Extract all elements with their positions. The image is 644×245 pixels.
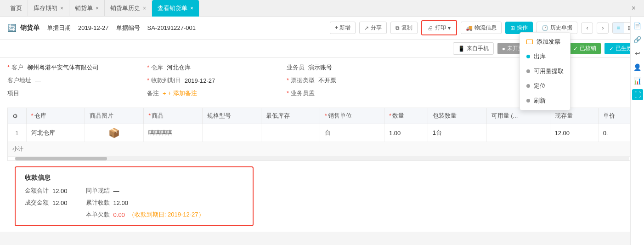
add-note-label: + 添加备注	[168, 89, 197, 97]
print-dropdown-icon: ▾	[448, 25, 451, 31]
view-list-button[interactable]: ≡	[613, 23, 624, 33]
copy-button[interactable]: ⧉ 复制	[390, 22, 418, 34]
ticket-value: 不开票	[318, 76, 336, 85]
cell-spec	[203, 124, 261, 142]
add-note-button[interactable]: + + 添加备注	[163, 89, 197, 97]
customer-value: 柳州粤港平安气体有限公司	[27, 63, 99, 72]
col-current-stock: 现存量	[550, 108, 598, 124]
right-icon-link[interactable]: 🔗	[632, 34, 643, 45]
tab-view-sales[interactable]: 查看销货单 ×	[152, 0, 199, 17]
history-icon: 🕐	[542, 25, 548, 31]
print-button[interactable]: 🖨 打印 ▾	[423, 22, 455, 34]
cumulative-item: 累计收款 12.00	[86, 199, 204, 207]
doc-type-icon: 🔄	[7, 23, 17, 32]
add-note-icon: +	[163, 90, 166, 97]
horizontal-scrollbar[interactable]	[15, 157, 629, 160]
summary-box: 收款信息 金额合计 12.00 成交金额 12.00 同单现结 —	[15, 166, 254, 226]
col-image: 商品图片	[85, 108, 144, 124]
address-label: 客户地址	[7, 76, 31, 85]
tab-bar: 首页 库存期初 × 销货单 × 销货单历史 × 查看销货单 × ×	[0, 0, 644, 17]
warehouse-field: * 仓库 河北仓库	[147, 63, 276, 72]
staff-label: 业务员	[287, 63, 305, 72]
right-icon-expand[interactable]: ⛶	[632, 89, 643, 100]
tab-view-sales-close[interactable]: ×	[190, 5, 193, 11]
summary-col-right: 同单现结 — 累计收款 12.00 本单欠款 0.00 （收款到期日: 2019…	[86, 187, 204, 219]
data-table: ⚙ *仓库 商品图片 *商品 规格型号 最低库存 *销售单位 *数量 包装数量 …	[8, 108, 636, 157]
note-field: 备注 + + 添加备注	[147, 89, 276, 97]
copy-label: 复制	[401, 24, 412, 32]
ticket-label: * 票据类型	[287, 76, 315, 85]
dropdown-outbound[interactable]: 出库	[520, 49, 570, 64]
tab-inventory-close[interactable]: ×	[60, 5, 63, 11]
col-pack-qty: 包装数量	[428, 108, 486, 124]
effective-icon: ✓	[609, 46, 614, 52]
doc-date-label: 单据日期	[47, 24, 71, 32]
tab-inventory[interactable]: 库存期初 ×	[28, 0, 69, 17]
warehouse-value: 河北仓库	[167, 63, 191, 72]
new-button[interactable]: + 新增	[330, 22, 356, 34]
cumulative-label: 累计收款	[86, 199, 110, 207]
tab-sales-close[interactable]: ×	[96, 5, 99, 11]
table-scroll[interactable]: ⚙ *仓库 商品图片 *商品 规格型号 最低库存 *销售单位 *数量 包装数量 …	[8, 108, 636, 157]
doc-title-group: 🔄 销货单	[7, 23, 40, 32]
voided-button[interactable]: ✓ 已核销	[569, 43, 601, 54]
cell-current-stock: 12.00	[550, 124, 598, 142]
dropdown-refresh[interactable]: 刷新	[520, 93, 570, 108]
right-icon-chart[interactable]: 📊	[632, 75, 643, 86]
total-amount-value: 12.00	[52, 188, 68, 194]
logistics-icon: 🚚	[466, 25, 473, 31]
total-amount-label: 金额合计	[25, 187, 49, 195]
ticket-field: * 票据类型 不开票	[287, 76, 415, 85]
staff-field: 业务员 演示账号	[287, 63, 415, 72]
print-label: 打印	[435, 24, 446, 32]
warehouse-required-mark: *	[147, 64, 149, 71]
next-button[interactable]: ›	[597, 23, 609, 34]
total-amount-item: 金额合计 12.00	[25, 187, 68, 195]
address-field: 客户地址 —	[7, 76, 136, 85]
due-amount-note: （收款到期日: 2019-12-27）	[129, 211, 204, 219]
customer-required-mark: *	[7, 64, 10, 71]
tab-home-label: 首页	[10, 4, 22, 12]
tab-sales-history-close[interactable]: ×	[143, 5, 146, 11]
cell-min-stock	[261, 124, 320, 142]
col-settings: ⚙	[8, 108, 26, 124]
history-label: 历史单据	[550, 24, 572, 32]
tab-sales[interactable]: 销货单 ×	[69, 0, 105, 17]
operate-icon: ⊞	[510, 25, 515, 31]
col-qty: *数量	[384, 108, 428, 124]
tab-sales-history[interactable]: 销货单历史 ×	[105, 0, 152, 17]
not-open-icon: ●	[502, 46, 505, 52]
from-phone-button[interactable]: 📱 来自手机	[453, 42, 494, 55]
table-header-row: ⚙ *仓库 商品图片 *商品 规格型号 最低库存 *销售单位 *数量 包装数量 …	[8, 108, 636, 124]
deal-amount-label: 成交金额	[25, 199, 49, 207]
add-invoice-label: 添加发票	[537, 38, 560, 46]
scrollbar-thumb[interactable]	[15, 157, 107, 160]
location-label: 定位	[534, 82, 546, 90]
summary-title: 收款信息	[25, 174, 243, 182]
salesman-value: —	[318, 90, 324, 97]
phone-icon: 📱	[458, 46, 465, 52]
dropdown-add-invoice[interactable]: 添加发票	[520, 34, 570, 49]
tab-inventory-label: 库存期初	[34, 4, 57, 12]
location-dot	[526, 84, 530, 88]
summary-col-left: 金额合计 12.00 成交金额 12.00	[25, 187, 68, 219]
refresh-dot	[526, 99, 530, 103]
due-amount-item: 本单欠款 0.00 （收款到期日: 2019-12-27）	[86, 211, 204, 219]
same-order-value: —	[113, 188, 119, 194]
logistics-button[interactable]: 🚚 物流信息	[461, 22, 502, 34]
payment-date-value: 2019-12-27	[185, 77, 215, 84]
tab-bar-close-button[interactable]: ×	[628, 4, 639, 12]
right-icon-return[interactable]: ↩	[632, 48, 643, 59]
summary-rows: 金额合计 12.00 成交金额 12.00 同单现结 — 累计收款	[25, 187, 243, 219]
prev-button[interactable]: ‹	[581, 23, 593, 34]
dropdown-location[interactable]: 定位	[520, 79, 570, 93]
cell-pack-qty: 1台	[428, 124, 486, 142]
outbound-label: 出库	[534, 52, 546, 61]
tab-home[interactable]: 首页	[5, 0, 28, 17]
right-icon-doc[interactable]: 📄	[632, 20, 643, 31]
tab-sales-history-label: 销货单历史	[110, 4, 140, 12]
voided-label: 已核销	[580, 45, 596, 52]
dropdown-available-qty[interactable]: 可用量提取	[520, 64, 570, 79]
right-icon-user[interactable]: 👤	[632, 62, 643, 73]
share-button[interactable]: ↗ 分享	[359, 22, 387, 34]
